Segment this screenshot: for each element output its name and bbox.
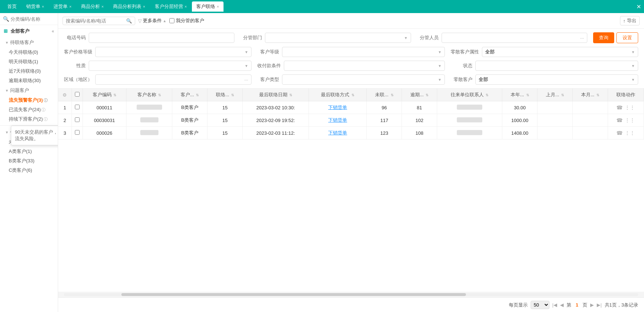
action-buttons: 查询 设置	[593, 32, 638, 43]
first-page-btn[interactable]: |◀	[552, 302, 557, 308]
sidebar-collapse-btn[interactable]: «	[52, 29, 54, 34]
th-settings[interactable]: ⚙	[58, 89, 72, 101]
filter-phone-input[interactable]	[89, 33, 234, 43]
filter-scattered-select[interactable]: 全部 ▼	[475, 74, 638, 85]
th-uncontacted[interactable]: 未联... ⇅	[367, 89, 402, 101]
filter-nature-select[interactable]: ▼	[89, 61, 251, 71]
action-phone-icon-1[interactable]: ☎	[616, 117, 623, 123]
horizontal-scrollbar[interactable]	[64, 293, 638, 296]
tab-sales-close[interactable]: ×	[42, 4, 44, 9]
tab-purchase-close[interactable]: ×	[69, 4, 71, 9]
query-btn[interactable]: 查询	[593, 32, 614, 43]
td-last-month-1	[538, 114, 573, 127]
td-last-method-0[interactable]: 下销货单	[309, 101, 367, 114]
region-dots[interactable]: ···	[244, 77, 248, 82]
prev-page-btn[interactable]: ◀	[560, 302, 564, 308]
td-checkbox-2[interactable]	[72, 127, 82, 139]
th-last-month[interactable]: 上月... ⇅	[538, 89, 573, 101]
filter-payment-select[interactable]: ▼	[284, 61, 445, 71]
tab-product-analysis[interactable]: 商品分析 ×	[77, 1, 108, 12]
action-phone-icon-0[interactable]: ☎	[616, 105, 623, 110]
tab-customer-tier-close[interactable]: ×	[185, 4, 187, 9]
action-more-icon-0[interactable]: ⋮⋮	[625, 105, 635, 110]
sidebar-search-input[interactable]	[11, 16, 58, 22]
tab-customer-tier[interactable]: 客户分层经营 ×	[150, 1, 191, 12]
settings-btn[interactable]: 设置	[616, 32, 638, 43]
filter-dept-select[interactable]: ▼	[265, 33, 411, 43]
sidebar-item-7days[interactable]: 近7天待联络(0)	[0, 66, 58, 76]
th-this-month[interactable]: 本月... ⇅	[572, 89, 608, 101]
manager-dots[interactable]: ···	[580, 35, 584, 41]
th-code[interactable]: 客户编码 ⇅	[82, 89, 126, 101]
th-type[interactable]: 客户... ⇅	[172, 89, 208, 101]
sidebar-item-today[interactable]: 今天待联络(0)	[0, 48, 58, 57]
th-last-method[interactable]: 最后联络方式 ⇅	[309, 89, 367, 101]
tab-home[interactable]: 首页	[3, 1, 21, 12]
select-all-checkbox[interactable]	[75, 92, 80, 97]
sidebar-item-class-b[interactable]: B类客户(33)	[0, 156, 58, 166]
td-this-year-1: 1000.00	[502, 114, 538, 127]
tab-customer-contact-close[interactable]: ×	[217, 4, 219, 9]
filter-region-select[interactable]: ···	[95, 74, 251, 85]
filter-scattered-attr-select[interactable]: 全部 ▼	[482, 47, 638, 57]
action-phone-icon-2[interactable]: ☎	[616, 130, 623, 136]
filter-area: 电话号码 分管部门 ▼ 分管人员 ···	[58, 29, 644, 89]
td-last-method-2[interactable]: 下销货单	[309, 127, 367, 139]
toolbar-search-btn[interactable]: 🔍	[126, 18, 132, 24]
per-page-select[interactable]: 50 20 100	[531, 301, 550, 309]
td-last-method-1[interactable]: 下销货单	[309, 114, 367, 127]
tab-purchase-order[interactable]: 进货单 ×	[49, 1, 76, 12]
sidebar-item-class-c[interactable]: C类客户(6)	[0, 166, 58, 175]
tab-customer-contact[interactable]: 客户联络 ×	[192, 1, 223, 12]
td-last-date-1: 2023-02-09 19:52:	[242, 114, 309, 127]
action-more-icon-2[interactable]: ⋮⋮	[625, 130, 635, 136]
sidebar-item-lost[interactable]: 已流失客户(24) ⓘ	[0, 105, 58, 114]
filter-customer-level: 客户等级 ▼	[257, 47, 445, 57]
tab-sales-order[interactable]: 销货单 ×	[22, 1, 48, 12]
lost-label: 已流失客户(24)	[9, 106, 41, 113]
td-checkbox-1[interactable]	[72, 114, 82, 127]
th-last-date[interactable]: 最后联络日期 ⇅	[242, 89, 309, 101]
sidebar-item-declining[interactable]: 持续下滑客户(2) ⓘ	[0, 114, 58, 124]
filter-customer-type-select[interactable]: ▼	[282, 74, 445, 85]
toolbar-search-input[interactable]	[66, 18, 125, 24]
sidebar-group-pending[interactable]: ▼ 待联络客户	[0, 37, 58, 48]
filter-status-select[interactable]: ▼	[475, 61, 638, 71]
th-contact[interactable]: 联络... ⇅	[208, 89, 243, 101]
th-contact-label: 联络...	[216, 92, 229, 97]
my-customers-checkbox[interactable]	[169, 18, 174, 23]
th-this-year[interactable]: 本年... ⇅	[502, 89, 538, 101]
pagination: 每页显示 50 20 100 |◀ ◀ 第 1 页 ▶ ▶| 共1页，3条记录	[58, 297, 644, 312]
th-uncontacted-sort: ⇅	[391, 93, 394, 97]
sidebar-item-tomorrow[interactable]: 明天待联络(1)	[0, 57, 58, 66]
export-btn[interactable]: ↑ 导出	[620, 16, 640, 25]
window-close-btn[interactable]: ✕	[636, 3, 641, 10]
tab-product-analysis-close[interactable]: ×	[101, 4, 104, 9]
td-checkbox-0[interactable]	[72, 101, 82, 114]
next-page-btn[interactable]: ▶	[590, 302, 594, 308]
tab-product-analysis-list[interactable]: 商品分析列表 ×	[109, 1, 149, 12]
sidebar-item-churn-warning[interactable]: 流失预警客户(3) ⓘ	[0, 96, 58, 105]
th-this-year-sort: ⇅	[526, 93, 529, 97]
th-contact-person[interactable]: 往来单位联系人 ⇅	[437, 89, 502, 101]
filter-scattered-value: 全部	[479, 76, 488, 83]
sidebar-item-overdue[interactable]: 逾期未联络(30)	[0, 76, 58, 85]
filter-customer-level-select[interactable]: ▼	[282, 47, 445, 57]
more-conditions-btn[interactable]: ▽ 更多条件 ▲	[138, 17, 166, 24]
tab-product-analysis-list-close[interactable]: ×	[143, 4, 145, 9]
my-customers-toggle[interactable]: 我分管的客户	[169, 17, 204, 24]
th-overdue[interactable]: 逾期... ⇅	[402, 89, 437, 101]
arrow-down-icon: ▼	[5, 41, 9, 45]
action-more-icon-1[interactable]: ⋮⋮	[625, 117, 635, 123]
th-name[interactable]: 客户名称 ⇅	[126, 89, 172, 101]
filter-price-level-select[interactable]: ▼	[95, 47, 251, 57]
all-customers-header[interactable]: ⊞ 全部客户 «	[0, 25, 58, 37]
table-row: 1 000011 B类客户 15 2023-03-02 10:30: 下销货单 …	[58, 101, 644, 114]
filter-scattered-attr-value: 全部	[485, 49, 495, 55]
last-page-btn[interactable]: ▶|	[597, 302, 601, 308]
sidebar-item-class-a[interactable]: A类客户(1)	[0, 147, 58, 156]
filter-manager-select[interactable]: ···	[442, 33, 587, 43]
sidebar-group-problem[interactable]: ▼ 问题客户	[0, 85, 58, 96]
filter-nature: 性质 ▼	[64, 61, 251, 71]
filter-manager: 分管人员 ···	[417, 33, 587, 43]
